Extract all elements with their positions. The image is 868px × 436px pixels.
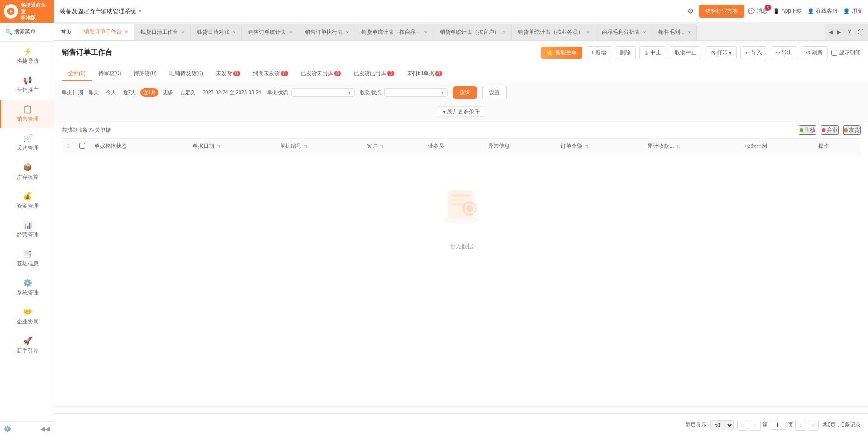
tab-sales-exec[interactable]: 销售订单执行表 ✕: [298, 24, 355, 40]
filter-tab-shipped-not-in[interactable]: 已发货未出库0: [294, 67, 348, 81]
th-collected[interactable]: 累计收款... ⇅: [643, 139, 741, 154]
sidebar-item-guide[interactable]: 🚀 新手引导: [0, 331, 54, 360]
sidebar-item-basic[interactable]: 📑 基础信息: [0, 244, 54, 273]
scrollbar-area[interactable]: [54, 406, 868, 413]
topbar-right: 💬 消息 6 📱 App下载 👤 在线客服 👤 用友: [748, 7, 863, 15]
page-next-button[interactable]: ›: [795, 420, 806, 431]
filter-tab-pending-review[interactable]: 待审核(0): [92, 67, 128, 81]
import-icon: ↩: [745, 50, 750, 56]
page-last-button[interactable]: »: [808, 420, 819, 431]
stop-button[interactable]: ⊘ 中止: [639, 46, 666, 59]
filter-tab-all[interactable]: 全部(0): [62, 67, 92, 81]
close-tab-cash-daily[interactable]: ✕: [181, 30, 185, 35]
export-button[interactable]: ↪ 导出: [771, 46, 797, 59]
close-tab-sales-workbench[interactable]: ✕: [125, 29, 128, 34]
th-date[interactable]: 单据日期 ⇅: [188, 139, 275, 154]
expand-tabs[interactable]: ⛶: [855, 28, 866, 36]
empty-illustration: [434, 181, 489, 235]
sidebar-item-sales[interactable]: 📋 销售管理: [0, 100, 54, 128]
search-menu-button[interactable]: 🔍 搜索菜单: [4, 26, 50, 38]
detail-checkbox-input[interactable]: [831, 50, 837, 56]
tab-sales-stats[interactable]: 销售订单统计表 ✕: [242, 24, 298, 40]
tab-home[interactable]: 首页: [54, 24, 77, 40]
date-today[interactable]: 今天: [103, 88, 119, 97]
message-button[interactable]: 💬 消息 6: [748, 7, 767, 15]
date-1month[interactable]: 近1月: [140, 88, 158, 97]
empty-text: 暂无数据: [450, 242, 473, 251]
table-quick-actions: 审核 弃审 发货: [799, 125, 861, 135]
close-tab-sales-exec[interactable]: ✕: [345, 30, 349, 35]
sidebar-item-finance[interactable]: 💰 资金管理: [0, 186, 54, 215]
page-size-select[interactable]: 50 100 200: [710, 420, 734, 430]
filter-tab-shipped-out[interactable]: 已发货已出库0: [347, 67, 401, 81]
close-tab-cash-reconcile[interactable]: ✕: [232, 30, 236, 35]
filter-tab-not-shipped[interactable]: 未发货0: [210, 67, 247, 81]
add-button[interactable]: + 新增: [586, 46, 611, 59]
import-button[interactable]: ↩ 导入: [740, 46, 767, 59]
tab-sales-more[interactable]: 销售毛利... ✕: [652, 24, 697, 40]
tab-goods-stats-prod[interactable]: 销货单统计表（按商品） ✕: [355, 24, 433, 40]
tab-sales-workbench[interactable]: 销售订单工作台 ✕: [77, 24, 134, 40]
filter-tab-not-printed[interactable]: 未打印单据0: [401, 67, 449, 81]
user-avatar[interactable]: 👤 用友: [843, 7, 863, 15]
date-7days[interactable]: 近7天: [120, 88, 139, 97]
expand-more-button[interactable]: ▾ 展开更多条件: [437, 106, 485, 117]
status-select[interactable]: ▾: [291, 88, 355, 97]
close-tab-goods-stats-cust[interactable]: ✕: [502, 30, 506, 35]
cancel-stop-button[interactable]: 取消中止: [670, 46, 701, 59]
sidebar-item-inventory[interactable]: 📦 库存核算: [0, 157, 54, 186]
sidebar-item-system[interactable]: ⚙️ 系统管理: [0, 273, 54, 302]
close-tab-sales-stats[interactable]: ✕: [289, 30, 293, 35]
date-yesterday[interactable]: 昨天: [86, 88, 101, 97]
sidebar-item-quick-nav[interactable]: ⚡ 快捷导航: [0, 42, 54, 71]
th-amount[interactable]: 订单金额 ⇅: [556, 139, 643, 154]
tab-cash-daily[interactable]: 钱货日清工作台 ✕: [134, 24, 191, 40]
ship-action-button[interactable]: 发货: [843, 125, 861, 135]
tab-cash-reconcile[interactable]: 钱货日清对账 ✕: [191, 24, 242, 40]
app-download-button[interactable]: 📱 App下载: [773, 7, 802, 15]
close-tab-goods-margin[interactable]: ✕: [643, 30, 646, 35]
payment-select[interactable]: ▾: [384, 88, 448, 97]
tab-scroll-right[interactable]: ▶: [835, 28, 843, 36]
th-number[interactable]: 单据编号 ⇅: [275, 139, 362, 154]
cancel-review-action-button[interactable]: 弃审: [821, 125, 839, 135]
logo-icon: [4, 4, 18, 19]
date-custom[interactable]: 自定义: [177, 88, 198, 97]
filter-tab-expired-not-shipped[interactable]: 到期未发货0: [246, 67, 294, 81]
sidebar-logo: 畅捷通好生意 标准版: [0, 0, 54, 23]
filter-tab-wangpu[interactable]: 旺铺待发货(0): [163, 67, 210, 81]
tab-goods-stats-cust[interactable]: 销货单统计表（按客户） ✕: [433, 24, 512, 40]
page-number-input[interactable]: [770, 421, 786, 430]
online-service-button[interactable]: 👤 在线客服: [807, 7, 838, 15]
delete-button[interactable]: 删除: [615, 46, 636, 59]
page-prev-button[interactable]: ‹: [750, 420, 761, 431]
select-all-checkbox[interactable]: [79, 143, 85, 149]
review-action-button[interactable]: 审核: [799, 125, 816, 135]
gear-icon[interactable]: ⚙: [686, 5, 695, 17]
print-button[interactable]: 🖨 打印 ▾: [705, 46, 737, 59]
sidebar-item-marketing[interactable]: 📢 营销推广: [0, 71, 54, 100]
solution-button[interactable]: 体验行业方案: [699, 5, 744, 18]
date-more[interactable]: 更多: [160, 88, 176, 97]
filter-tab-pending-inspect[interactable]: 待拣货(0): [127, 67, 163, 81]
refresh-button[interactable]: ↺ 刷新: [801, 46, 828, 59]
close-tab-sales-more[interactable]: ✕: [687, 30, 691, 35]
tab-scroll-left[interactable]: ◀: [827, 28, 834, 36]
show-detail-checkbox[interactable]: 显示明细: [831, 49, 861, 57]
sidebar-item-purchase[interactable]: 🛒 采购管理: [0, 128, 54, 157]
settings-bottom-icon[interactable]: ⚙️: [4, 425, 11, 432]
content-area: 销售订单工作台 ⭐ 智能生单 + 新增 删除 ⊘ 中止 取消中止 🖨 打印: [54, 41, 868, 436]
tab-goods-stats-staff[interactable]: 销货单统计表（按业务员） ✕: [512, 24, 595, 40]
search-button[interactable]: 查询: [453, 86, 477, 99]
sidebar-item-operations[interactable]: 📊 经营管理: [0, 215, 54, 244]
sidebar-item-enterprise[interactable]: 🤝 企业协同: [0, 302, 54, 331]
collapse-icon[interactable]: ◀◀: [40, 425, 50, 432]
setting-button[interactable]: 设置: [482, 86, 507, 99]
page-first-button[interactable]: «: [737, 420, 748, 431]
th-customer[interactable]: 客户 ⇅: [362, 139, 423, 154]
tab-goods-margin[interactable]: 商品毛利分析表 ✕: [595, 24, 652, 40]
close-all-tabs[interactable]: ✕: [844, 28, 854, 36]
close-tab-goods-stats-prod[interactable]: ✕: [424, 30, 427, 35]
smart-generate-button[interactable]: ⭐ 智能生单: [541, 47, 582, 59]
close-tab-goods-stats-staff[interactable]: ✕: [586, 30, 590, 35]
